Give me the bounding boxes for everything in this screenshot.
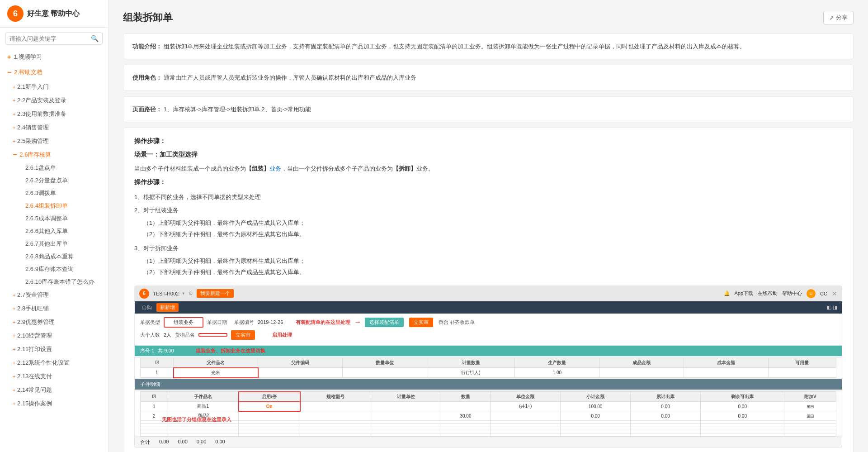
share-label: 分享 xyxy=(836,14,848,22)
mock-arrow-top: → xyxy=(354,318,361,326)
search-icon[interactable]: 🔍 xyxy=(91,35,99,42)
mock-th-avail: 可用量 xyxy=(768,358,836,368)
mock-avatar: U xyxy=(807,289,816,298)
table-row: 1 商品1 On (共1+) 100.00 0.00 0.00 ⊞⊟ xyxy=(141,402,836,411)
app-title: 好生意 帮助中心 xyxy=(27,9,80,19)
mock-summary-3: 0.00 xyxy=(197,439,206,446)
nav-section: + 1.视频学习 − 2.帮助文档 + 2.1新手入门 + 2.2产品安装及登录… xyxy=(0,49,108,410)
mock-username: CC xyxy=(820,291,827,296)
mock-select-bom-btn[interactable]: 选择装配清单 xyxy=(365,318,404,327)
mock-confirm-btn-top[interactable]: 立实审 xyxy=(409,318,433,327)
mock-bell-icon: 🔔 xyxy=(724,290,730,296)
search-box[interactable]: 🔍 xyxy=(5,32,103,45)
mock-annotation-top: 有装配清单的在这里处理 xyxy=(296,319,350,326)
search-input[interactable] xyxy=(9,35,91,42)
path-label: 页面路径： xyxy=(132,106,162,113)
intro-card: 功能介绍： 组装拆卸单用来处理企业组装或拆卸等加工业务，支持有固定装配清单的产品… xyxy=(123,33,854,59)
step-2: 2、对于组装业务 xyxy=(134,205,842,216)
mock-sub-section: 子件明细 xyxy=(140,381,160,388)
sidebar: 6 好生意 帮助中心 🔍 + 1.视频学习 − 2.帮助文档 + 2.1新手入门… xyxy=(0,0,108,452)
page-title: 组装拆卸单 xyxy=(123,11,173,24)
sidebar-item-cases[interactable]: + 2.15操作案例 xyxy=(13,397,108,410)
sidebar-item-purchase[interactable]: + 2.5采购管理 xyxy=(13,134,108,148)
sidebar-item-install[interactable]: + 2.2产品安装及登录 xyxy=(13,94,108,107)
mock-table-bottom: ☑ 子件品名 启用/停 规格型号 计量单位 数量 单位金额 小计金额 累计出库 … xyxy=(140,391,836,437)
step-1: 1、根据不同的业务，选择不同单据的类型来处理 xyxy=(134,192,842,203)
table-row xyxy=(141,430,836,433)
sidebar-item-label: 1.视频学习 xyxy=(14,53,42,61)
sidebar-item-ledger[interactable]: 2.6.9库存账本查询 xyxy=(20,263,108,276)
mock-section-qty: 共 9.00 xyxy=(158,347,174,354)
mock-annotation-mid: 组装业务、拆卸业务在这里切换 xyxy=(196,347,265,354)
mock-summary-2: 0.00 xyxy=(178,439,187,446)
table-row xyxy=(141,433,836,437)
sidebar-item-other-out[interactable]: 2.6.7其他出库单 xyxy=(20,238,108,250)
sidebar-item-partial-check[interactable]: 2.6.2分量盘点单 xyxy=(20,174,108,187)
path-card: 页面路径： 1、库存核算->库存管理->组装拆卸单 2、首页->常用功能 xyxy=(123,96,854,122)
sidebar-item-finance[interactable]: + 2.7资金管理 xyxy=(13,288,108,302)
page-header: 组装拆卸单 ↗ 分享 xyxy=(123,11,854,24)
sidebar-item-settings[interactable]: + 2.12系统个性化设置 xyxy=(13,356,108,370)
mock-confirm-btn2[interactable]: 立实审 xyxy=(231,330,255,340)
scenario-desc: 当由多个子件材料组装成一个成品的业务为【组装】业务，当由一个父件拆分成多个子产品… xyxy=(134,163,842,175)
ops-steps-title: 操作步骤： xyxy=(134,178,842,186)
ops-section: 操作步骤： 场景一：加工类型选择 当由多个子件材料组装成一个成品的业务为【组装】… xyxy=(123,128,854,452)
mock-type-dropdown[interactable]: 组装业务 xyxy=(164,317,203,328)
mock-dropdown-icon: ▾ xyxy=(182,290,185,296)
sidebar-item-data-prep[interactable]: + 2.3使用前数据准备 xyxy=(13,107,108,121)
mock-new-btn[interactable]: 我要新建一个 xyxy=(197,289,234,298)
sidebar-item-other-in[interactable]: 2.6.6其他入库单 xyxy=(20,225,108,238)
mock-annotation-bottom: 无图也活了分组信息在这里录入 xyxy=(162,416,231,423)
mock-apps-btn[interactable]: App下载 xyxy=(735,290,754,297)
sidebar-item-print[interactable]: + 2.11打印设置 xyxy=(13,343,108,356)
mock-th-prod-qty: 生产数量 xyxy=(515,358,599,368)
table-row: 2 商品2 30.00 0.00 0.00 0.00 ⊞⊟ xyxy=(141,411,836,421)
mock-search-field[interactable] xyxy=(198,333,227,337)
collapse-sub-icon: − xyxy=(13,151,17,159)
sidebar-item-mobile[interactable]: + 2.8手机旺铺 xyxy=(13,302,108,315)
ops-title: 操作步骤： xyxy=(134,137,842,145)
sidebar-item-label: 2.帮助文档 xyxy=(14,68,42,76)
sidebar-item-inventory[interactable]: − 2.6库存核算 xyxy=(13,148,108,162)
table-row: 1 光米 行(共1人) 1.00 xyxy=(141,368,836,378)
mock-summary-label: 合计 xyxy=(140,439,150,446)
mock-more-btns: 倒台 补齐收款单 xyxy=(439,319,475,326)
main-content: 组装拆卸单 ↗ 分享 功能介绍： 组装拆卸单用来处理企业组装或拆卸等加工业务，支… xyxy=(108,0,868,452)
share-icon: ↗ xyxy=(829,14,834,21)
step-2-sub1: （1）上部明细为父件明细，最终作为产成品生成其它入库单； xyxy=(134,218,842,229)
sidebar-item-help-docs[interactable]: − 2.帮助文档 xyxy=(0,65,108,80)
mock-test-id: TEST-H002 xyxy=(153,291,179,296)
sidebar-item-cost-adjust[interactable]: 2.6.5成本调整单 xyxy=(20,212,108,225)
sidebar-item-newbie[interactable]: + 2.1新手入门 xyxy=(13,80,108,94)
share-button[interactable]: ↗ 分享 xyxy=(823,11,854,24)
sidebar-item-inventory-check[interactable]: 2.6.1盘点单 xyxy=(20,162,108,174)
mock-settings-icon: ⚙ xyxy=(189,290,193,296)
sidebar-item-video[interactable]: + 1.视频学习 xyxy=(0,49,108,65)
mock-help-btn[interactable]: 在线帮助 xyxy=(758,290,778,297)
mock-form-label-date: 单据日期 xyxy=(207,319,227,326)
mock-summary-4: 0.00 xyxy=(215,439,225,446)
sidebar-item-ledger-fix[interactable]: 2.6.10库存账本错了怎么办 xyxy=(20,276,108,288)
mock-table-top: ☑ 父件品名 父件编码 数量单位 计量数量 生产数量 成品金额 成本金额 可用量 xyxy=(140,358,836,378)
mock-th-prod-amt: 成品金额 xyxy=(599,358,684,368)
mock-num-value: 2人 xyxy=(164,332,171,338)
mock-close-icon[interactable]: ✕ xyxy=(832,290,837,297)
mock-nav-new[interactable]: 新新增 xyxy=(156,303,179,312)
mock-center-btn[interactable]: 帮助中心 xyxy=(782,290,802,297)
sidebar-item-sales[interactable]: + 2.4销售管理 xyxy=(13,121,108,134)
sidebar-item-transfer[interactable]: 2.6.3调拨单 xyxy=(20,187,108,200)
mock-form-label-id: 单据编号 xyxy=(234,319,254,326)
sidebar-item-faq[interactable]: + 2.14常见问题 xyxy=(13,383,108,397)
sidebar-item-cost-recalc[interactable]: 2.6.8商品成本重算 xyxy=(20,250,108,263)
mock-summary-1: 0.00 xyxy=(159,439,169,446)
mock-nav-home[interactable]: 自购 xyxy=(139,303,155,312)
sidebar-item-assembly[interactable]: 2.6.4组装拆卸单 xyxy=(20,200,108,212)
sidebar-item-ops[interactable]: + 2.10经营管理 xyxy=(13,329,108,343)
role-text: 通常由生产人员或库管人员完成折装业务的操作，库管人员确认原材料的出库和产成品的入… xyxy=(164,74,416,81)
mock-th-qty: 计量数量 xyxy=(427,358,515,368)
sidebar-item-coupons[interactable]: + 2.9优惠券管理 xyxy=(13,315,108,329)
sidebar-inventory-sub: 2.6.1盘点单 2.6.2分量盘点单 2.6.3调拨单 2.6.4组装拆卸单 … xyxy=(13,162,108,288)
mock-logo: 6 xyxy=(139,289,149,299)
sidebar-item-payment[interactable]: + 2.13在线支付 xyxy=(13,370,108,383)
mock-id-value: 2019-12-26 xyxy=(258,319,283,325)
